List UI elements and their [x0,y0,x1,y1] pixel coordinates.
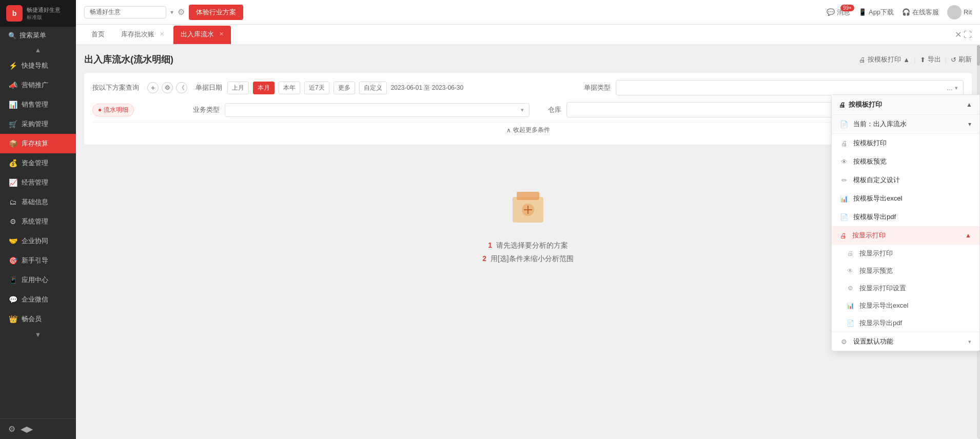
template-excel-icon: 📊 [840,194,848,203]
fullscreen-btn[interactable]: ⛶ [964,30,972,39]
export-btn[interactable]: ⬆ 导出 [920,55,941,64]
dropdown-display-print-header[interactable]: 🖨 按显示打印 ▲ [832,226,979,245]
topbar-dropdown-icon[interactable]: ▾ [170,9,173,16]
close-tab-btn[interactable]: ✕ [955,30,962,39]
dropdown-header: 🖨 按模板打印 ▲ [832,95,979,115]
basic-icon: 🗂 [8,197,17,207]
dropdown-template-custom[interactable]: ✏ 模板自定义设计 [832,171,979,189]
sales-icon: 📊 [8,100,17,109]
print-template-btn[interactable]: 🖨 按模板打印 ▲ [859,55,910,64]
sidebar-item-quick-nav[interactable]: ⚡ 快捷导航 [0,56,76,75]
messages-icon: 💬 [827,8,835,16]
dropdown-display-print-settings[interactable]: ⚙ 按显示打印设置 [832,280,979,297]
sidebar-scroll-down[interactable]: ▼ [0,329,76,341]
page-header: 出入库流水(流水明细) 🖨 按模板打印 ▲ | ⬆ 导出 | ↺ 刷新 [84,53,972,66]
tab-close-inout-flow[interactable]: ✕ [219,31,224,37]
sidebar-item-operations[interactable]: 📈 经营管理 [0,173,76,192]
tab-close-batch-account[interactable]: ✕ [160,31,164,37]
sidebar-item-member[interactable]: 👑 畅会员 [0,309,76,329]
finance-icon: 💰 [8,158,17,168]
date-btn-last-month[interactable]: 上月 [227,82,249,94]
doc-type-dropdown-icon[interactable]: ▾ [955,85,958,91]
system-icon: ⚙ [8,217,17,226]
sidebar-item-sales[interactable]: 📊 销售管理 [0,95,76,114]
sidebar-item-purchase[interactable]: 🛒 采购管理 [0,114,76,134]
sub-print-icon: 🖨 [846,249,854,257]
display-print-header-icon: 🖨 [839,231,847,240]
sidebar-item-marketing[interactable]: 📣 营销推广 [0,75,76,95]
sub-preview-icon: 👁 [846,267,854,275]
refresh-btn[interactable]: ↺ 刷新 [951,55,972,64]
filter-collapse-btn[interactable]: 《 [176,82,187,93]
print-header-icon: 🖨 [839,101,846,109]
tab-batch-account[interactable]: 库存批次账 ✕ [114,26,171,44]
date-range: 2023-06-01 至 2023-06-30 [391,84,463,92]
sidebar-item-guide[interactable]: 🎯 新手引导 [0,251,76,270]
dropdown-template-preview[interactable]: 👁 按模板预览 [832,152,979,171]
online-service-item[interactable]: 🎧 在线客服 [902,8,939,17]
dropdown-set-default[interactable]: ⚙ 设置默认功能 ▾ [832,332,979,351]
sidebar-item-finance[interactable]: 💰 资金管理 [0,153,76,173]
sidebar: b 畅捷通好生意 标准版 🔍 搜索菜单 ▲ ⚡ 快捷导航 📣 营销推广 📊 销售… [0,0,76,439]
doc-type-input[interactable]: ... ▾ [616,80,964,95]
messages-item[interactable]: 💬 消息 99+ [827,8,850,17]
display-print-header-left: 🖨 按显示打印 [839,231,886,240]
filter-gear-btn[interactable]: ⚙ [162,82,173,93]
topbar-gear-icon[interactable]: ⚙ [178,7,185,17]
dropdown-current-template[interactable]: 📄 当前：出入库流水 ▾ [832,115,979,134]
app-download-item[interactable]: 📱 App下载 [858,8,894,17]
template-pdf-icon: 📄 [840,213,848,221]
doc-type-more-icon[interactable]: ... [947,84,953,92]
sidebar-item-enterprise[interactable]: 🤝 企业协同 [0,231,76,251]
date-btn-last-7[interactable]: 近7天 [304,82,329,94]
topbar-search-input[interactable] [84,6,166,18]
dropdown-template-export-pdf[interactable]: 📄 按模板导出pdf [832,208,979,226]
settings-bottom-icon[interactable]: ⚙ [8,424,15,434]
date-btn-current-month[interactable]: 本月 [253,82,275,94]
sidebar-item-basic[interactable]: 🗂 基础信息 [0,192,76,212]
tab-home[interactable]: 首页 [84,26,112,44]
sidebar-item-wechat[interactable]: 💬 企业微信 [0,290,76,309]
dropdown-display-preview[interactable]: 👁 按显示预览 [832,262,979,280]
sidebar-item-system[interactable]: ⚙ 系统管理 [0,212,76,231]
filter-add-btn[interactable]: + [147,82,159,93]
sidebar-item-inventory[interactable]: 📦 库存核算 [0,134,76,153]
collapse-sidebar-icon[interactable]: ◀▶ [21,424,33,434]
filter-tag-dot: ● [98,106,102,113]
dropdown-display-print[interactable]: 🖨 按显示打印 [832,245,979,262]
search-menu[interactable]: 🔍 搜索菜单 [0,27,76,44]
marketing-icon: 📣 [8,81,17,90]
search-by-label: 按以下方案查询 [92,83,139,92]
warehouse-label: 仓库 [548,105,561,114]
sidebar-scroll-up[interactable]: ▲ [0,44,76,56]
date-btn-more[interactable]: 更多 [334,82,355,94]
svg-rect-1 [517,192,539,200]
dropdown-template-export-excel[interactable]: 📊 按模板导出excel [832,189,979,208]
date-btn-custom[interactable]: 自定义 [359,82,387,94]
user-avatar-item[interactable]: Rit [947,5,972,19]
dropdown-display-export-excel[interactable]: 📊 按显示导出excel [832,297,979,314]
current-template-arrow: ▾ [968,121,971,128]
scrollbar-thumb[interactable] [977,45,980,66]
dropdown-display-export-pdf[interactable]: 📄 按显示导出pdf [832,314,979,332]
enterprise-icon: 🤝 [8,236,17,246]
current-template-icon: 📄 [840,120,848,128]
filter-actions: + ⚙ 《 [147,82,187,93]
sidebar-nav: ▲ ⚡ 快捷导航 📣 营销推广 📊 销售管理 🛒 采购管理 📦 库存核算 💰 资… [0,44,76,418]
print-dropdown-panel: 🖨 按模板打印 ▲ 📄 当前：出入库流水 ▾ 🖨 按模板打印 👁 按模板预览 [831,94,980,351]
dropdown-template-print[interactable]: 🖨 按模板打印 [832,134,979,152]
purchase-icon: 🛒 [8,119,17,129]
dropdown-header-title: 🖨 按模板打印 [839,100,882,109]
business-type-label: 业务类型 [193,105,220,114]
date-btn-current-year[interactable]: 本年 [279,82,300,94]
tab-inout-flow[interactable]: 出入库流水 ✕ [173,26,231,44]
dropdown-header-arrow[interactable]: ▲ [966,101,972,108]
trial-btn[interactable]: 体验行业方案 [189,5,243,20]
page-title: 出入库流水(流水明细) [84,53,173,66]
business-type-select[interactable]: ▾ [225,103,530,117]
sidebar-item-app-center[interactable]: 📱 应用中心 [0,270,76,290]
display-print-expand-icon: ▲ [965,232,971,239]
default-settings-icon: ⚙ [840,337,848,346]
business-type-arrow: ▾ [521,107,524,113]
active-filter-tag[interactable]: ● 流水明细 [92,104,134,116]
